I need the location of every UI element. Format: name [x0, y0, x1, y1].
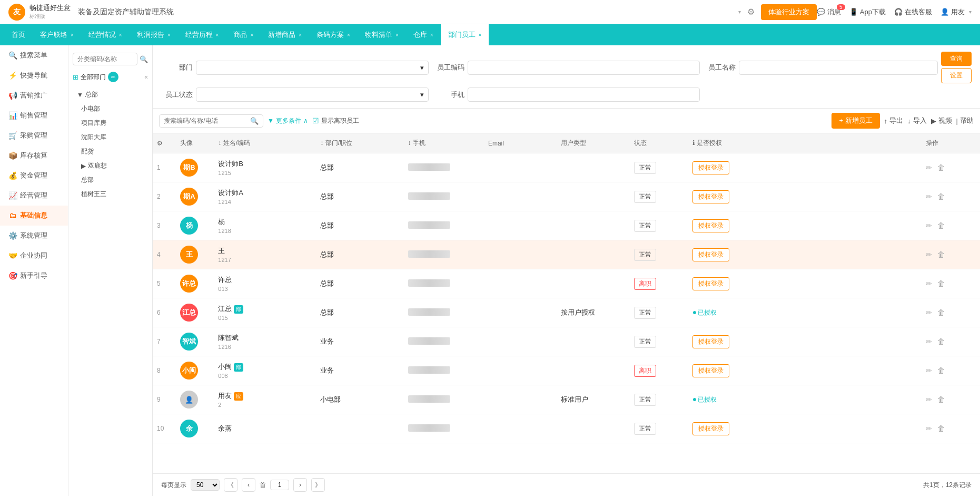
tab-history[interactable]: 经营历程×	[178, 24, 226, 45]
more-filter-btn[interactable]: ▼ 更多条件 ∧	[268, 116, 308, 125]
page-size-select[interactable]: 50 20 100	[191, 479, 220, 491]
dept-node-small-elec[interactable]: 小电部	[68, 102, 152, 116]
tab-warehouse-close[interactable]: ×	[430, 32, 433, 38]
first-page-btn[interactable]: 《	[224, 478, 237, 492]
delete-btn[interactable]: 🗑	[937, 163, 945, 172]
delete-btn[interactable]: 🗑	[937, 366, 945, 375]
sidebar-item-sales[interactable]: 📊 销售管理	[0, 105, 68, 125]
sidebar-item-inventory[interactable]: 📦 库存核算	[0, 145, 68, 166]
auth-login-btn[interactable]: 授权登录	[692, 277, 729, 290]
tab-barcode[interactable]: 条码方案×	[309, 24, 358, 45]
help-btn[interactable]: | 帮助	[956, 116, 974, 125]
page-number-input[interactable]	[270, 480, 289, 490]
export-btn[interactable]: ↑ 导出	[884, 116, 904, 125]
th-phone[interactable]: ↕ 手机	[404, 133, 484, 153]
sidebar-item-finance[interactable]: 💰 资金管理	[0, 166, 68, 186]
delete-btn[interactable]: 🗑	[937, 279, 945, 288]
tab-profit-close[interactable]: ×	[167, 32, 171, 38]
edit-btn[interactable]: ✏	[926, 366, 932, 375]
dept-collapse-btn[interactable]: «	[144, 73, 148, 81]
edit-btn[interactable]: ✏	[926, 337, 932, 346]
dept-edit-btn[interactable]: ✏	[108, 72, 118, 82]
setting-btn[interactable]: 设置	[941, 68, 972, 83]
tab-goods[interactable]: 商品×	[226, 24, 261, 45]
filter-status-select[interactable]: ▾	[196, 87, 429, 102]
dept-header[interactable]: ⊞ 全部部门 ✏ «	[68, 69, 152, 85]
auth-login-btn[interactable]: 授权登录	[692, 248, 729, 261]
sidebar-item-marketing[interactable]: 📢 营销推广	[0, 85, 68, 105]
delete-btn[interactable]: 🗑	[937, 250, 945, 259]
gear-icon[interactable]: ⚙	[747, 7, 755, 17]
sidebar-item-collab[interactable]: 🤝 企业协同	[0, 246, 68, 266]
try-btn[interactable]: 体验行业方案	[761, 4, 817, 20]
auth-login-btn[interactable]: 授权登录	[692, 219, 729, 232]
online-service-btn[interactable]: 🎧 在线客服	[894, 7, 932, 17]
th-settings[interactable]: ⚙	[153, 133, 176, 153]
tab-operation-close[interactable]: ×	[119, 32, 122, 38]
dept-search-icon[interactable]: 🔍	[140, 55, 148, 63]
filter-emp-name-input[interactable]	[739, 61, 938, 75]
edit-btn[interactable]: ✏	[926, 308, 932, 317]
sidebar-item-search[interactable]: 🔍 搜索菜单	[0, 45, 68, 65]
tab-history-close[interactable]: ×	[216, 32, 219, 38]
tab-home[interactable]: 首页	[4, 24, 33, 45]
user-btn[interactable]: 👤 用友 ▾	[941, 7, 972, 17]
delete-btn[interactable]: 🗑	[937, 221, 945, 230]
query-btn[interactable]: 查询	[941, 52, 972, 66]
dept-node-headquarters[interactable]: ▼ 总部	[68, 87, 152, 102]
add-employee-btn[interactable]: + 新增员工	[831, 113, 879, 129]
delete-btn[interactable]: 🗑	[937, 395, 945, 404]
tab-material-close[interactable]: ×	[395, 32, 399, 38]
tab-operation[interactable]: 经营情况×	[81, 24, 130, 45]
sidebar-item-quicknav[interactable]: ⚡ 快捷导航	[0, 65, 68, 85]
dept-node-planting[interactable]: 植树王三	[68, 187, 152, 201]
dept-node-distribution[interactable]: 配货	[68, 144, 152, 159]
last-page-btn[interactable]: 》	[311, 478, 325, 492]
search-icon[interactable]: 🔍	[250, 117, 259, 125]
tab-barcode-close[interactable]: ×	[347, 32, 350, 38]
edit-btn[interactable]: ✏	[926, 192, 932, 201]
message-btn[interactable]: 💬 消息 5	[817, 7, 841, 17]
filter-dept-select[interactable]: ▾	[196, 61, 429, 75]
app-download-btn[interactable]: 📱 App下载	[849, 7, 886, 17]
tab-material[interactable]: 物料清单×	[358, 24, 406, 45]
sidebar-item-basic[interactable]: 🗂 基础信息	[0, 206, 68, 226]
delete-btn[interactable]: 🗑	[937, 337, 945, 346]
edit-btn[interactable]: ✏	[926, 163, 932, 172]
delete-btn[interactable]: 🗑	[937, 192, 945, 201]
th-dept-position[interactable]: ↕ 部门/职位	[316, 133, 403, 153]
th-name-code[interactable]: ↕ 姓名/编码	[214, 133, 316, 153]
sidebar-item-system[interactable]: ⚙️ 系统管理	[0, 226, 68, 246]
delete-btn[interactable]: 🗑	[937, 308, 945, 317]
tab-dept-staff-close[interactable]: ×	[479, 32, 482, 38]
edit-btn[interactable]: ✏	[926, 395, 932, 404]
prev-page-btn[interactable]: ‹	[242, 478, 255, 492]
edit-btn[interactable]: ✏	[926, 279, 932, 288]
auth-login-btn[interactable]: 授权登录	[692, 364, 729, 377]
tab-add-goods-close[interactable]: ×	[299, 32, 302, 38]
system-dropdown-arrow[interactable]: ▾	[738, 9, 741, 15]
tab-profit[interactable]: 利润报告×	[130, 24, 178, 45]
show-resigned-toggle[interactable]: ☑ 显示离职员工	[312, 116, 359, 125]
auth-login-btn[interactable]: 授权登录	[692, 190, 729, 203]
filter-phone-input[interactable]	[468, 87, 700, 102]
dept-node-shuanglu[interactable]: ▶ 双鹿想	[68, 159, 152, 173]
tab-customer[interactable]: 客户联络×	[33, 24, 81, 45]
sidebar-item-guide[interactable]: 🎯 新手引导	[0, 266, 68, 286]
sidebar-item-purchase[interactable]: 🛒 采购管理	[0, 125, 68, 145]
next-page-btn[interactable]: ›	[293, 478, 307, 492]
auth-login-btn[interactable]: 授权登录	[692, 161, 729, 174]
tab-dept-staff[interactable]: 部门员工×	[441, 24, 489, 45]
edit-btn[interactable]: ✏	[926, 250, 932, 259]
auth-login-btn[interactable]: 授权登录	[692, 422, 729, 435]
edit-btn[interactable]: ✏	[926, 424, 932, 433]
search-input[interactable]	[164, 117, 248, 124]
tab-goods-close[interactable]: ×	[250, 32, 253, 38]
delete-btn[interactable]: 🗑	[937, 424, 945, 433]
tab-customer-close[interactable]: ×	[71, 32, 74, 38]
dept-node-project-store[interactable]: 项目库房	[68, 116, 152, 130]
dept-node-hq[interactable]: 总部	[68, 173, 152, 187]
import-btn[interactable]: ↓ 导入	[907, 116, 927, 125]
tab-warehouse[interactable]: 仓库×	[406, 24, 441, 45]
sidebar-item-business[interactable]: 📈 经营管理	[0, 186, 68, 206]
